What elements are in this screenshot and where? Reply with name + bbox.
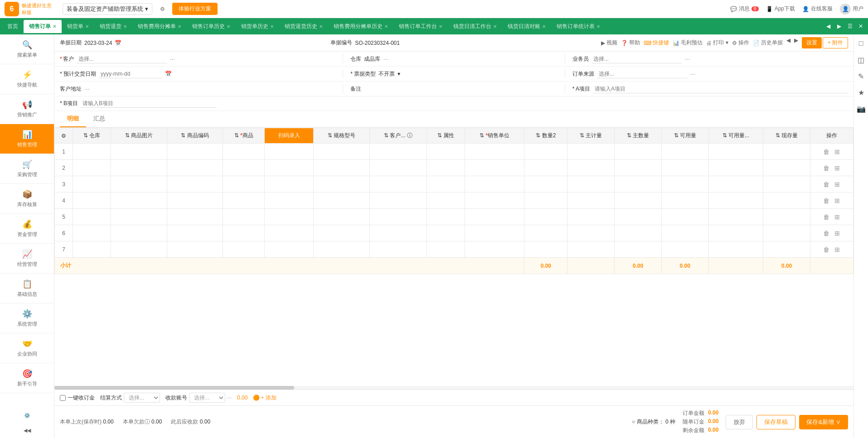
col-settings[interactable]: ⚙ — [55, 128, 73, 144]
delete-row-7[interactable]: 🗑 — [822, 245, 831, 254]
copy-row-4[interactable]: ⊞ — [833, 196, 842, 205]
operation-btn[interactable]: ⚙ 操作 — [732, 37, 749, 48]
customer-input[interactable] — [77, 55, 167, 63]
col-attr[interactable]: ⇅ 属性 — [427, 128, 465, 144]
close-icon[interactable]: ✕ — [439, 24, 442, 29]
nav-next-icon[interactable]: ▶ — [834, 21, 844, 32]
system-title[interactable]: 装备及固定资产辅助管理系统 ▾ — [63, 3, 152, 15]
history-btn[interactable]: 📄 历史单据 — [753, 37, 783, 48]
tab-home[interactable]: 首页 — [2, 20, 24, 33]
row-customer-code-1[interactable] — [369, 144, 427, 160]
order-source-input[interactable] — [597, 70, 688, 78]
delivery-date-input[interactable] — [99, 70, 162, 78]
copy-row-7[interactable]: ⊞ — [833, 245, 842, 254]
payment-method-select[interactable]: 选择... — [124, 393, 160, 403]
tab-expense-history[interactable]: 销售费用分摊单历史 ✕ — [328, 20, 393, 33]
right-panel-icon-2[interactable]: ◫ — [856, 54, 867, 65]
account-select[interactable]: 选择... — [189, 393, 225, 403]
close-icon[interactable]: ✕ — [178, 24, 181, 29]
col-unit[interactable]: ⇅ *销售单位 — [465, 128, 524, 144]
close-icon[interactable]: ✕ — [123, 24, 127, 29]
sidebar-item-operations[interactable]: 📈 经营管理 — [0, 244, 54, 274]
close-icon[interactable]: ✕ — [53, 24, 56, 29]
sidebar-item-marketing[interactable]: 📢 营销推广 — [0, 94, 54, 124]
row-qty2-1[interactable] — [524, 144, 567, 160]
col-main-unit[interactable]: ⇅ 主计量 — [567, 128, 615, 144]
tab-order-workbench[interactable]: 销售订单工作台 ✕ — [393, 20, 448, 33]
right-panel-icon-1[interactable]: □ — [856, 38, 867, 49]
sidebar-item-system[interactable]: ⚙️ 系统管理 — [0, 303, 54, 333]
sidebar-collapse[interactable]: ◀◀ — [0, 423, 54, 438]
row-current-1[interactable] — [763, 144, 810, 160]
tab-return-history[interactable]: 销货退货历史 ✕ — [279, 20, 328, 33]
delete-row-1[interactable]: 🗑 — [822, 147, 831, 156]
address-dots[interactable]: ··· — [84, 85, 90, 92]
sidebar-item-search[interactable]: 🔍 搜索菜单 — [0, 34, 54, 64]
copy-row-3[interactable]: ⊞ — [833, 180, 842, 189]
nav-arrow-prev-icon[interactable]: ◀ — [786, 37, 790, 48]
col-warehouse[interactable]: ⇅ 仓库 — [73, 128, 111, 144]
close-icon[interactable]: ✕ — [85, 24, 89, 29]
sidebar-item-nav[interactable]: ⚡ 快捷导航 — [0, 64, 54, 94]
col-customer-code[interactable]: ⇅ 客户... ⓘ — [369, 128, 427, 144]
tab-detail[interactable]: 明细 — [60, 111, 86, 127]
row-goods-1[interactable] — [223, 144, 265, 160]
sidebar-item-inventory[interactable]: 📦 库存核算 — [0, 184, 54, 214]
col-qty2[interactable]: ⇅ 数量2 — [524, 128, 567, 144]
close-icon[interactable]: ✕ — [319, 24, 323, 29]
close-icon[interactable]: ✕ — [493, 24, 497, 29]
add-item-button[interactable]: 🟠 + 添加 — [253, 394, 276, 402]
tab-daily-workbench[interactable]: 钱货日清工作台 ✕ — [448, 20, 502, 33]
col-current-qty[interactable]: ⇅ 现存量 — [763, 128, 810, 144]
scrollbar-thumb[interactable] — [54, 386, 294, 390]
project-a-input[interactable] — [593, 85, 848, 93]
sidebar-settings[interactable]: ⚙️ — [0, 408, 54, 423]
account-dots[interactable]: ··· — [227, 395, 232, 401]
message-item[interactable]: 💬 消息 8 — [730, 5, 759, 13]
close-icon[interactable]: ✕ — [270, 24, 274, 29]
tab-order-history[interactable]: 销售订单历史 ✕ — [187, 20, 236, 33]
save-draft-button[interactable]: 保存草稿 — [756, 415, 795, 429]
tab-summary[interactable]: 汇总 — [86, 111, 112, 127]
calendar-icon[interactable]: 📅 — [115, 40, 121, 46]
tab-sales[interactable]: 销货单 ✕ — [62, 20, 94, 33]
col-code[interactable]: ⇅ 商品编码 — [167, 128, 223, 144]
copy-row-2[interactable]: ⊞ — [833, 164, 842, 173]
row-spec-1[interactable] — [314, 144, 370, 160]
col-spec[interactable]: ⇅ 规格型号 — [314, 128, 370, 144]
print-btn[interactable]: 🖨 打印 ▾ — [706, 37, 728, 48]
sidebar-item-purchase[interactable]: 🛒 采购管理 — [0, 154, 54, 184]
salesperson-input[interactable] — [592, 55, 682, 63]
row-main-qty-1[interactable] — [615, 144, 662, 160]
horizontal-scrollbar[interactable] — [54, 386, 853, 390]
right-panel-icon-4[interactable]: ★ — [856, 87, 867, 98]
calendar2-icon[interactable]: 📅 — [165, 71, 172, 77]
row-avail2-1[interactable] — [708, 144, 763, 160]
sidebar-item-sales[interactable]: 📊 销售管理 — [0, 124, 54, 154]
close-icon[interactable]: ✕ — [384, 24, 388, 29]
delete-row-4[interactable]: 🗑 — [822, 196, 831, 205]
nav-close-all-icon[interactable]: ✕ — [855, 21, 866, 32]
dropdown-icon[interactable]: ▾ — [398, 71, 400, 77]
nav-prev-icon[interactable]: ◀ — [823, 21, 834, 32]
video-btn[interactable]: ▶ 视频 — [601, 37, 617, 48]
nav-arrow-next-icon[interactable]: ▶ — [794, 37, 798, 48]
profit-btn[interactable]: 📊 毛利预估 — [673, 37, 703, 48]
row-warehouse-1[interactable] — [73, 144, 111, 160]
delete-row-3[interactable]: 🗑 — [822, 180, 831, 189]
tab-sales-history[interactable]: 销货单历史 ✕ — [236, 20, 279, 33]
quick-pay-checkbox[interactable] — [60, 395, 66, 401]
delete-row-2[interactable]: 🗑 — [822, 164, 831, 173]
col-available-qty[interactable]: ⇅ 可用量 — [661, 128, 708, 144]
row-main-unit-1[interactable] — [567, 144, 615, 160]
help-btn[interactable]: ❓ 帮助 — [621, 37, 640, 48]
delete-row-5[interactable]: 🗑 — [822, 212, 831, 221]
sidebar-item-collab[interactable]: 🤝 企业协同 — [0, 333, 54, 363]
discard-button[interactable]: 放弃 — [726, 415, 753, 429]
online-service-item[interactable]: 👤 在线客服 — [802, 5, 833, 13]
settings-icon[interactable]: ⚙ — [156, 3, 169, 15]
close-icon[interactable]: ✕ — [227, 24, 230, 29]
col-goods[interactable]: ⇅ *商品 — [223, 128, 265, 144]
close-icon[interactable]: ✕ — [542, 24, 546, 29]
set-button[interactable]: 设置 — [802, 37, 822, 48]
